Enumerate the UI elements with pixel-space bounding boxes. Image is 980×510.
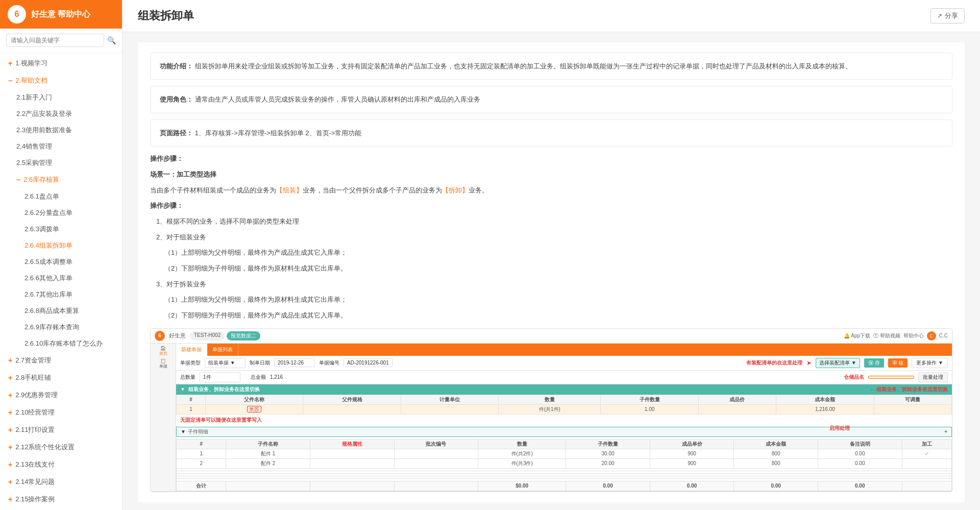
logo-circle: 6	[8, 5, 26, 23]
ss-toolbar-more[interactable]: 更多操作 ▼	[912, 358, 948, 368]
ss-logo: 6	[155, 331, 165, 341]
main-header: 组装拆卸单 ↗ 分享	[122, 0, 980, 32]
ss-input-no[interactable]: AD-20191226-001	[344, 358, 393, 367]
search-input[interactable]	[6, 34, 104, 47]
plus-icon-2-11: +	[8, 426, 12, 434]
sidebar-sub-item-2-6-6[interactable]: 2.6.6其他入库单	[0, 270, 122, 286]
ss-pill-active: 预览数据二	[227, 331, 260, 341]
func-intro-block: 功能介绍： 组装拆卸单用来处理企业组装或拆卸等加工业务，支持有固定装配清单的产品…	[150, 53, 952, 80]
ss-ltd-subqty-2: 20.00	[566, 458, 650, 468]
ss-lfoot-price: 0.00	[650, 481, 734, 491]
ann-enable: 启用处理	[829, 425, 850, 432]
ss-label-count: 总数量	[180, 374, 195, 381]
ss-icon-order[interactable]: 📋单据	[159, 358, 167, 369]
sidebar-item-2-11[interactable]: + 2.11打印设置	[0, 421, 122, 439]
sidebar-sub-item-2-4[interactable]: 2.4销售管理	[0, 138, 122, 155]
sidebar-sub-item-2-1[interactable]: 2.1新手入门	[0, 89, 122, 106]
ss-lfoot-qty: $0.00	[478, 481, 566, 491]
ss-lth-item: 子件名称	[226, 439, 310, 449]
sidebar-item-2-8[interactable]: + 2.8手机旺辅	[0, 369, 122, 386]
ss-ltd-item-2: 配件 2	[226, 458, 310, 468]
highlight-assembly: 【组装】	[276, 186, 303, 194]
ss-td-seq: 1	[177, 404, 206, 414]
sidebar-sub-item-2-6-7[interactable]: 2.6.7其他出库单	[0, 286, 122, 303]
sidebar-sub-item-2-3[interactable]: 2.3使用前数据准备	[0, 122, 122, 138]
sidebar-sub-item-2-6-3[interactable]: 2.6.3调拨单	[0, 221, 122, 237]
ss-th-cost: 成本金额	[776, 395, 874, 404]
ann-switch: ← 组装业务、拆卸业务在这里切换	[870, 386, 948, 393]
sidebar-item-2-10[interactable]: + 2.10经营管理	[0, 404, 122, 421]
ss-td-sku	[303, 404, 401, 414]
ss-user-name: C.C	[939, 333, 948, 338]
ss-th-avail: 可调量	[874, 395, 951, 404]
share-button[interactable]: ↗ 分享	[930, 8, 965, 23]
ss-ltd-op[interactable]: ✓	[902, 449, 951, 458]
sidebar-sub-item-2-6-9[interactable]: 2.6.9库存账本查询	[0, 319, 122, 335]
ss-input-type[interactable]: 组装单据 ▼	[205, 358, 246, 368]
ss-th-amount: 成品价	[698, 395, 776, 404]
ss-lower-table-footer: 合计 $0.00 0.00 0.00 0.00 0.00	[177, 481, 952, 491]
op-steps-label: 操作步骤：	[150, 155, 183, 162]
ss-toolbar-submit[interactable]: 审 核	[888, 358, 908, 368]
sidebar-sub-item-2-6-4[interactable]: 2.6.4组装拆卸单	[0, 237, 122, 254]
ss-lower-row-1: 1 配件 1 件(共2件) 30.00 900 800 0.00	[177, 449, 952, 458]
ss-input-bom[interactable]: 选择装配清单 ▼	[816, 358, 860, 368]
ss-input-date[interactable]: 2019-12-26	[274, 358, 315, 367]
ss-lfoot-total-label: 合计	[177, 481, 226, 491]
ss-input-location[interactable]	[868, 376, 914, 379]
ss-btn-batch[interactable]: 批量处理	[918, 372, 948, 382]
sidebar-item-2-6[interactable]: − 2.6库存核算	[0, 171, 122, 188]
ss-lower-add-btn[interactable]: +	[944, 429, 947, 434]
ss-ltd-op-2[interactable]	[902, 458, 951, 468]
ann-enable-area: 启用处理	[176, 425, 952, 427]
ss-tab-new[interactable]: 新建单据	[176, 344, 207, 356]
scene1-desc: 当由多个子件材料组装成一个成品的业务为【组装】业务，当由一个父件拆分成多个子产品…	[150, 184, 952, 197]
ss-lower-section-label: 子件明细	[188, 428, 208, 435]
sidebar-item-2-13[interactable]: + 2.13在线支付	[0, 456, 122, 473]
minus-icon: −	[8, 77, 12, 85]
sidebar-sub-item-2-6-1[interactable]: 2.6.1盘点单	[0, 188, 122, 205]
ss-input-count[interactable]: 1件	[200, 372, 240, 382]
sidebar-item-2-7[interactable]: + 2.7资金管理	[0, 352, 122, 369]
step3: 3、对于拆装业务	[156, 278, 952, 291]
search-icon[interactable]: 🔍	[107, 36, 116, 44]
sidebar-item-2-14[interactable]: + 2.14常见问题	[0, 473, 122, 491]
ann-arrow-1: ➤	[806, 359, 812, 367]
ss-toolbar-save[interactable]: 保 存	[864, 358, 884, 368]
ss-ltd-qty-2: 件(共3件)	[478, 458, 566, 468]
sidebar-sub-item-2-6-5[interactable]: 2.6.5成本调整单	[0, 254, 122, 270]
ss-lfoot-c2	[310, 481, 394, 491]
sidebar-item-2-15[interactable]: + 2.15操作案例	[0, 491, 122, 508]
ss-td-item-box: 米苏	[247, 406, 261, 412]
ss-lower-row-2: 2 配件 2 件(共3件) 20.00 900 800 0.00	[177, 458, 952, 468]
nav-section: + 1.视频学习 − 2.帮助文档 2.1新手入门 2.2产品安装及登录 2.3…	[0, 53, 122, 510]
sidebar-sub-item-2-5[interactable]: 2.5采购管理	[0, 155, 122, 171]
sidebar-item-2-9[interactable]: + 2.9优惠券管理	[0, 386, 122, 404]
ss-th-price: 子件数量	[601, 395, 698, 404]
ss-td-unit	[401, 404, 498, 414]
path-block: 页面路径： 1、库存核算->库存管理->组装拆卸单 2、首页->常用功能	[150, 119, 952, 147]
ss-left-icons: 🏠首页 📋单据	[151, 344, 176, 491]
ss-app-tip: 🔔 App下载	[844, 332, 870, 339]
ss-ltd-seq: 1	[177, 449, 226, 458]
sidebar-item-help-docs[interactable]: − 2.帮助文档	[0, 72, 122, 89]
ss-total-val: 1,216	[270, 374, 283, 380]
ss-icon-home[interactable]: 🏠首页	[159, 346, 167, 356]
sidebar-item-2-12[interactable]: + 2.12系统个性化设置	[0, 439, 122, 456]
sidebar-sub-item-2-6-10[interactable]: 2.6.10库存账本错了怎么办	[0, 335, 122, 352]
sidebar-sub-item-2-6-2[interactable]: 2.6.2分量盘点单	[0, 205, 122, 221]
ss-ltd-remark-2: 0.00	[818, 458, 902, 468]
step2: 2、对于组装业务	[156, 231, 952, 244]
role-label: 使用角色：	[160, 95, 193, 103]
sidebar-sub-item-2-2[interactable]: 2.2产品安装及登录	[0, 106, 122, 122]
ss-td-avail	[874, 404, 951, 414]
screenshot-inner: 6 好生意 TEST-H002 预览数据二 🔔 App下载 ① 帮助视频 帮助中…	[151, 329, 952, 492]
sidebar-sub-item-2-6-8[interactable]: 2.6.8商品成本重算	[0, 303, 122, 319]
ss-tab-list[interactable]: 单据列表	[207, 344, 238, 356]
ss-ltd-qty: 件(共2件)	[478, 449, 566, 458]
ss-top-detail-header: 总数量 1件 总金额 1,216 仓储品名 批量处理	[176, 371, 952, 384]
sidebar-item-video[interactable]: + 1.视频学习	[0, 55, 122, 72]
role-text: 通常由生产人员或库管人员完成拆装业务的操作，库管人员确认原材料的出库和产成品的入…	[195, 95, 480, 103]
step2-1: （1）上部明细为父件明细，最终作为产成品生成其它入库单；	[164, 247, 952, 259]
ss-lfoot-remark: 0.00	[818, 481, 902, 491]
